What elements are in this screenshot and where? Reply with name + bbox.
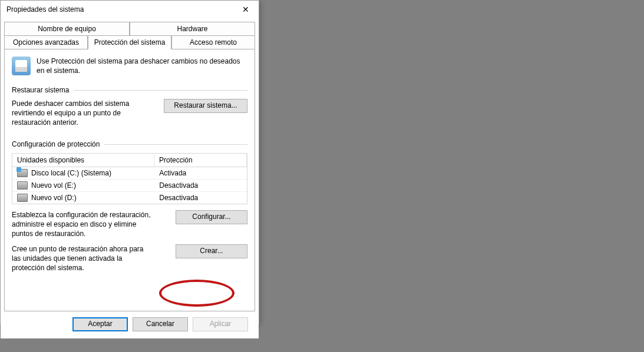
drive-name-cell: Disco local (C:) (Sistema) — [12, 167, 154, 179]
intro-text: Use Protección del sistema para deshacer… — [37, 57, 247, 75]
drive-icon — [17, 194, 28, 202]
create-description: Cree un punto de restauración ahora para… — [12, 244, 153, 273]
create-button[interactable]: Crear... — [176, 244, 247, 258]
drive-name-cell: Nuevo vol (D:) — [12, 192, 154, 204]
restore-description: Puede deshacer cambios del sistema revir… — [12, 99, 136, 127]
dialog-button-row: Aceptar Cancelar Aplicar — [4, 311, 255, 338]
drive-protection-cell: Activada — [154, 167, 247, 179]
tab-computer-name[interactable]: Nombre de equipo — [4, 22, 130, 35]
drive-name: Disco local (C:) (Sistema) — [31, 169, 111, 177]
tab-panel: Use Protección del sistema para deshacer… — [4, 49, 255, 311]
apply-button: Aplicar — [193, 317, 248, 331]
drive-icon — [17, 181, 28, 190]
ok-button[interactable]: Aceptar — [72, 317, 128, 331]
drive-icon — [17, 169, 28, 177]
drive-row[interactable]: Nuevo vol (E:)Desactivada — [12, 180, 247, 192]
annotation-ellipse — [159, 280, 235, 307]
drive-name: Nuevo vol (E:) — [31, 181, 76, 190]
system-protection-icon — [12, 57, 31, 75]
system-properties-dialog: Propiedades del sistema ✕ Nombre de equi… — [0, 0, 259, 324]
group-restore-label: Restaurar sistema — [12, 86, 69, 94]
tab-hardware[interactable]: Hardware — [130, 22, 255, 35]
drives-header: Unidades disponibles Protección — [12, 154, 247, 167]
close-button[interactable]: ✕ — [233, 1, 259, 18]
drives-list: Unidades disponibles Protección Disco lo… — [12, 153, 247, 204]
intro-row: Use Protección del sistema para deshacer… — [12, 57, 247, 75]
window-title: Propiedades del sistema — [6, 5, 84, 14]
tab-remote-access[interactable]: Acceso remoto — [171, 35, 255, 49]
drive-protection-cell: Desactivada — [154, 192, 247, 204]
group-restore-system: Restaurar sistema — [12, 86, 247, 94]
col-header-drive[interactable]: Unidades disponibles — [12, 154, 154, 167]
separator-line — [104, 144, 247, 145]
tab-advanced-options[interactable]: Opciones avanzadas — [4, 35, 88, 49]
close-icon: ✕ — [242, 5, 249, 14]
separator-line — [74, 90, 247, 91]
group-protection-label: Configuración de protección — [12, 140, 100, 148]
restore-system-button[interactable]: Restaurar sistema... — [164, 99, 247, 113]
tab-system-protection[interactable]: Protección del sistema — [88, 35, 171, 49]
cancel-button[interactable]: Cancelar — [133, 317, 188, 331]
configure-row: Establezca la configuración de restaurac… — [12, 210, 247, 238]
drive-protection-cell: Desactivada — [154, 180, 247, 191]
tabstrip: Nombre de equipo Hardware Opciones avanz… — [4, 22, 255, 49]
group-protection-config: Configuración de protección — [12, 140, 247, 148]
dialog-body: Nombre de equipo Hardware Opciones avanz… — [1, 18, 259, 338]
drive-name-cell: Nuevo vol (E:) — [12, 180, 154, 191]
create-row: Cree un punto de restauración ahora para… — [12, 244, 247, 273]
col-header-protection[interactable]: Protección — [154, 154, 247, 167]
drive-name: Nuevo vol (D:) — [31, 194, 77, 202]
drive-row[interactable]: Disco local (C:) (Sistema)Activada — [12, 167, 247, 180]
configure-button[interactable]: Configurar... — [176, 210, 247, 224]
drive-row[interactable]: Nuevo vol (D:)Desactivada — [12, 192, 247, 204]
titlebar: Propiedades del sistema ✕ — [1, 1, 259, 18]
configure-description: Establezca la configuración de restaurac… — [12, 210, 153, 238]
restore-row: Puede deshacer cambios del sistema revir… — [12, 99, 247, 127]
